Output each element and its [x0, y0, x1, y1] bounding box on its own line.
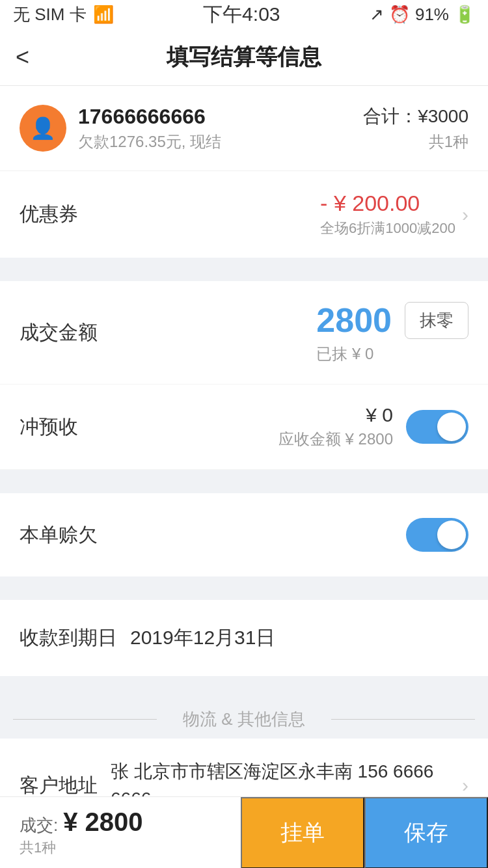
customer-phone: 17666666666: [78, 105, 221, 129]
deal-amount-controls: 2800 抹零: [316, 301, 468, 340]
avatar: 👤: [20, 105, 66, 152]
debt-row: 本单赊欠: [0, 493, 488, 576]
sim-status: 无 SIM 卡: [13, 3, 87, 26]
divider-right-line: [331, 719, 475, 720]
section-sep-1: [0, 269, 488, 281]
divider-left-line: [13, 719, 157, 720]
customer-card: 👤 17666666666 欠款1276.35元, 现结 合计：¥3000 共1…: [0, 86, 488, 258]
nav-bar: < 填写结算等信息: [0, 29, 488, 86]
status-right: ↗ ⏰ 91% 🔋: [370, 5, 475, 25]
status-left: 无 SIM 卡 📶: [13, 3, 114, 26]
prepay-toggle[interactable]: [406, 410, 468, 444]
coupon-desc: 全场6折满1000减200: [320, 219, 455, 238]
location-icon: ↗: [370, 5, 384, 25]
section-sep-3: [0, 588, 488, 600]
prepay-amount-block: ¥ 0 应收金额 ¥ 2800: [278, 404, 393, 450]
debt-toggle[interactable]: [406, 518, 468, 552]
coupon-discount: - ¥ 200.00: [320, 191, 455, 216]
debt-label: 本单赊欠: [20, 522, 98, 549]
divider-text: 物流 & 其他信息: [183, 708, 305, 731]
prepay-right: ¥ 0 应收金额 ¥ 2800: [278, 404, 468, 450]
debt-toggle-circle: [437, 521, 466, 549]
deal-amount-card: 成交金额 2800 抹零 已抹 ¥ 0 冲预收 ¥ 0 应收金额 ¥ 2800: [0, 281, 488, 470]
wifi-icon: 📶: [93, 5, 114, 25]
alarm-icon: ⏰: [389, 5, 410, 25]
section-sep-2: [0, 481, 488, 493]
prepay-label: 冲预收: [20, 414, 78, 441]
battery-level: 91%: [415, 5, 449, 25]
customer-sub: 欠款1276.35元, 现结: [78, 131, 221, 152]
customer-left: 👤 17666666666 欠款1276.35元, 现结: [20, 105, 221, 152]
status-time: 下午4:03: [203, 1, 280, 28]
debt-card: 本单赊欠: [0, 493, 488, 576]
avatar-icon: 👤: [30, 116, 56, 141]
customer-count: 共1种: [363, 131, 468, 152]
deal-amount-label: 成交金额: [20, 319, 98, 346]
address-chevron-icon: ›: [462, 774, 468, 796]
bottom-amount-value: ¥ 2800: [63, 807, 142, 837]
coupon-right-block: - ¥ 200.00 全场6折满1000减200: [320, 191, 455, 238]
customer-row: 👤 17666666666 欠款1276.35元, 现结 合计：¥3000 共1…: [0, 86, 488, 170]
bottom-info: 成交: ¥ 2800 共1种: [0, 807, 241, 858]
customer-right: 合计：¥3000 共1种: [363, 104, 468, 152]
bottom-bar: 成交: ¥ 2800 共1种 挂单 保存: [0, 796, 488, 868]
bottom-count-label: 共1种: [20, 838, 221, 858]
toggle-circle: [437, 413, 466, 441]
deal-amount-right: 2800 抹零 已抹 ¥ 0: [316, 301, 468, 364]
bottom-amount-row: 成交: ¥ 2800: [20, 807, 221, 837]
prepay-row: 冲预收 ¥ 0 应收金额 ¥ 2800: [0, 385, 488, 470]
section-sep-4: [0, 688, 488, 699]
coupon-label: 优惠券: [20, 201, 78, 228]
coupon-right: - ¥ 200.00 全场6折满1000减200 ›: [320, 191, 468, 238]
round-zero-button[interactable]: 抹零: [405, 302, 468, 339]
customer-info: 17666666666 欠款1276.35元, 现结: [78, 105, 221, 152]
chevron-right-icon: ›: [462, 204, 468, 226]
deal-amount-value: 2800: [316, 301, 392, 340]
due-date-value: 2019年12月31日: [130, 625, 275, 651]
prepay-amount: ¥ 0: [278, 404, 393, 426]
due-date-row: 收款到期日 2019年12月31日: [0, 600, 488, 676]
hold-order-button[interactable]: 挂单: [241, 797, 364, 869]
content: 👤 17666666666 欠款1276.35元, 现结 合计：¥3000 共1…: [0, 86, 488, 868]
customer-total: 合计：¥3000: [363, 104, 468, 129]
divider-section: 物流 & 其他信息: [0, 699, 488, 739]
deal-amount-row: 成交金额 2800 抹零 已抹 ¥ 0: [0, 281, 488, 385]
coupon-row[interactable]: 优惠券 - ¥ 200.00 全场6折满1000减200 ›: [0, 170, 488, 258]
due-date-label: 收款到期日: [20, 625, 117, 651]
bottom-deal-label: 成交:: [20, 814, 58, 837]
page-title: 填写结算等信息: [167, 42, 321, 72]
prepay-receivable: 应收金额 ¥ 2800: [278, 429, 393, 450]
battery-icon: 🔋: [454, 5, 475, 25]
already-zero-text: 已抹 ¥ 0: [316, 344, 373, 364]
address-label: 客户地址: [20, 772, 98, 799]
due-date-card: 收款到期日 2019年12月31日: [0, 600, 488, 676]
back-button[interactable]: <: [16, 44, 29, 71]
status-bar: 无 SIM 卡 📶 下午4:03 ↗ ⏰ 91% 🔋: [0, 0, 488, 29]
save-button[interactable]: 保存: [364, 797, 488, 869]
